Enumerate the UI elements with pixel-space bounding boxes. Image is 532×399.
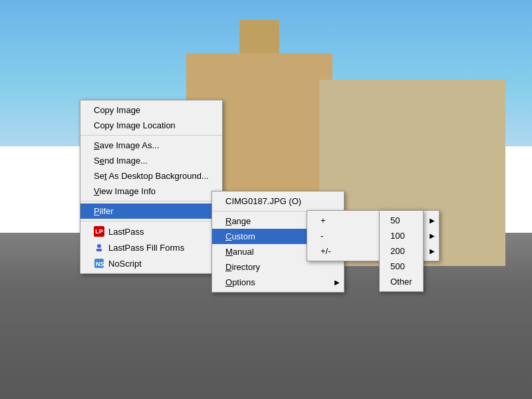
noscript-icon: NS (94, 258, 104, 269)
menu-item-lastpass[interactable]: LP LastPass (80, 223, 222, 239)
value-other[interactable]: Other (380, 274, 423, 289)
menu-item-copy-image[interactable]: Copy Image (80, 102, 222, 118)
lastpass-fill-icon (94, 242, 104, 253)
value-100[interactable]: 100 (380, 228, 423, 243)
menu-item-copy-image-location[interactable]: Copy Image Location (80, 118, 222, 133)
menu-item-noscript[interactable]: NS NoScript (80, 255, 222, 271)
svg-point-0 (97, 244, 101, 248)
menu-item-pilfer[interactable]: Pilfer (80, 203, 222, 219)
value-500[interactable]: 500 (380, 259, 423, 274)
value-200[interactable]: 200 (380, 243, 423, 259)
svg-rect-1 (96, 249, 102, 251)
context-menu-main: Copy Image Copy Image Location Save Imag… (80, 100, 223, 274)
value-50[interactable]: 50 (380, 213, 423, 228)
menu-item-send-image[interactable]: Send Image... (80, 153, 222, 168)
menu-item-directory[interactable]: Directory (212, 259, 344, 275)
separator-3 (80, 221, 222, 221)
menu-item-set-desktop[interactable]: Set As Desktop Background... (80, 168, 222, 184)
menu-item-save-image-as[interactable]: Save Image As... (80, 138, 222, 153)
svg-text:NS: NS (96, 261, 104, 267)
menu-item-view-image-info[interactable]: View Image Info (80, 184, 222, 199)
separator-1 (80, 135, 222, 136)
menu-item-options[interactable]: Options (212, 275, 344, 290)
separator-2 (80, 201, 222, 201)
menu-item-lastpass-fill[interactable]: LastPass Fill Forms (80, 239, 222, 255)
lastpass-icon: LP (94, 226, 104, 237)
values-panel: 50 100 200 500 Other (379, 210, 424, 292)
menu-item-cimg[interactable]: CIMG0187.JPG (O) (212, 194, 344, 209)
